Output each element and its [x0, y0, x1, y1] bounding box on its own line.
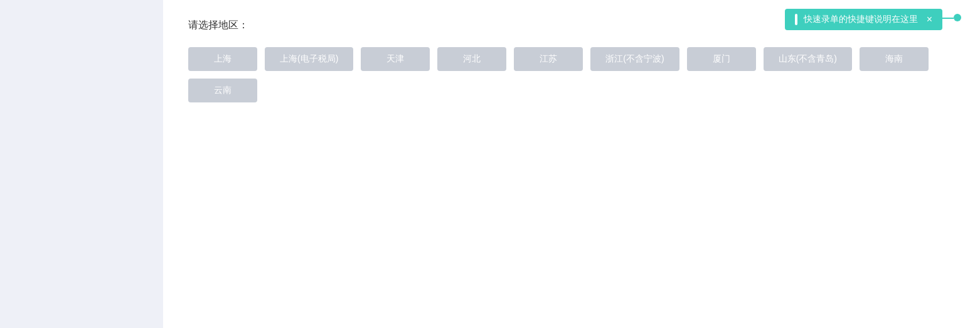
- region-button-6[interactable]: 厦门: [687, 47, 756, 71]
- sidebar: [0, 0, 163, 328]
- tooltip-banner: 快速录单的快捷键说明在这里 ×: [785, 9, 942, 30]
- tooltip-text: 快速录单的快捷键说明在这里: [804, 14, 918, 25]
- region-button-4[interactable]: 江苏: [514, 47, 583, 71]
- region-button-7[interactable]: 山东(不含青岛): [764, 47, 852, 71]
- region-button-0[interactable]: 上海: [188, 47, 257, 71]
- region-button-9[interactable]: 云南: [188, 79, 257, 102]
- region-button-3[interactable]: 河北: [437, 47, 506, 71]
- tooltip-bar: [795, 14, 797, 25]
- tooltip-dot: [954, 14, 961, 21]
- region-button-2[interactable]: 天津: [361, 47, 430, 71]
- region-buttons-container: 上海上海(电子税局)天津河北江苏浙江(不含宁波)厦门山东(不含青岛)海南云南: [188, 47, 955, 102]
- region-button-8[interactable]: 海南: [860, 47, 929, 71]
- main-content: 请选择地区： 上海上海(电子税局)天津河北江苏浙江(不含宁波)厦门山东(不含青岛…: [163, 0, 980, 328]
- tooltip-close-button[interactable]: ×: [927, 14, 932, 25]
- tooltip-connector-line: [941, 18, 954, 19]
- region-button-5[interactable]: 浙江(不含宁波): [590, 47, 679, 71]
- region-button-1[interactable]: 上海(电子税局): [265, 47, 353, 71]
